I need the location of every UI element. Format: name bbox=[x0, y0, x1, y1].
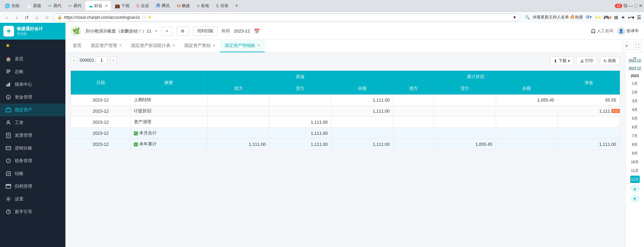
home-button[interactable]: ⌂ bbox=[33, 13, 41, 21]
month-7[interactable]: 7月 bbox=[630, 132, 640, 139]
month-11[interactable]: 11月 bbox=[630, 167, 640, 174]
next-record-button[interactable]: › bbox=[110, 57, 117, 64]
tab-label: 目前 bbox=[220, 3, 228, 9]
forward-button[interactable]: › bbox=[13, 13, 21, 21]
browser-tab-new[interactable]: 📄 新版 bbox=[23, 1, 45, 10]
page-tab-nav: 首页 固定资产管理 ✕ 固定资产折旧统计表 ✕ 固定资产类别 ✕ 固定资产明细账… bbox=[65, 40, 644, 52]
dropdown-icon[interactable]: ▾ bbox=[514, 15, 516, 20]
content-area: ‹ 000001 › ⬇ 下载 ▾ bbox=[65, 52, 644, 247]
star-reward-icon[interactable]: ✦▾ bbox=[594, 15, 601, 20]
sidebar-item-payroll[interactable]: 工资 bbox=[0, 116, 65, 129]
month-4[interactable]: 4月 bbox=[630, 106, 640, 113]
sidebar-favorites[interactable]: ★ bbox=[0, 40, 65, 51]
period-label: 账期 bbox=[222, 28, 230, 34]
bookmark-button[interactable]: ☆ bbox=[43, 13, 51, 21]
tab-close-icon[interactable]: ✕ bbox=[213, 44, 215, 47]
sidebar-item-reports[interactable]: 报表中心 bbox=[0, 78, 65, 91]
download-button[interactable]: ⬇ 下载 ▾ bbox=[550, 56, 574, 65]
tab-close-icon[interactable]: ✕ bbox=[257, 44, 260, 47]
cell-credit-accum bbox=[434, 117, 496, 128]
browser-tab-active[interactable]: ☁ 好会 ✕ bbox=[85, 1, 111, 10]
calendar-icon[interactable]: 📅 bbox=[254, 28, 260, 34]
month-9[interactable]: 9月 bbox=[630, 149, 640, 157]
add-account-button[interactable]: + bbox=[161, 26, 172, 36]
tab-close-icon[interactable]: ✕ bbox=[119, 44, 122, 47]
month-6[interactable]: 6月 bbox=[630, 123, 640, 131]
close-tab-button[interactable]: ✕ bbox=[623, 42, 631, 50]
browser-tab-geshui[interactable]: 💼 个税 bbox=[111, 1, 133, 10]
month-2[interactable]: 2月 bbox=[630, 88, 640, 96]
month-8[interactable]: 8月 bbox=[630, 141, 640, 148]
browser-tab-gedi[interactable]: ≡ 各地 bbox=[194, 1, 212, 10]
browser-tab-yidai1[interactable]: ✏ 易代 bbox=[45, 1, 65, 10]
game-icon[interactable]: 🎮▾ bbox=[603, 15, 611, 20]
sidebar-item-guide[interactable]: ? 新手引导 bbox=[0, 205, 65, 218]
svg-rect-5 bbox=[9, 82, 10, 86]
browser-tab-online[interactable]: 🌐 在线 bbox=[1, 1, 23, 10]
sidebar-item-general-ledger[interactable]: 总账 bbox=[0, 65, 65, 78]
month-12[interactable]: 12月 bbox=[630, 176, 640, 183]
tab-close-icon[interactable]: ✕ bbox=[172, 44, 175, 47]
back-button[interactable]: ‹ bbox=[3, 13, 11, 21]
tab-label: 在线 bbox=[11, 3, 19, 9]
download-label: 下载 bbox=[558, 58, 567, 64]
month-10[interactable]: 10月 bbox=[630, 158, 640, 166]
tab-fixed-asset-mgmt[interactable]: 固定资产管理 ✕ bbox=[86, 40, 126, 52]
grid-icon[interactable]: ⊞ bbox=[614, 15, 618, 20]
month-1[interactable]: 1月 bbox=[630, 80, 640, 87]
tab-label: 各地 bbox=[201, 3, 209, 9]
browser-tab-changjie[interactable]: M 畅捷 bbox=[173, 1, 193, 10]
sidebar-item-fixed-assets[interactable]: 固定资产 bbox=[0, 104, 65, 116]
browser-tab-muqian[interactable]: S 目前 bbox=[213, 1, 232, 10]
browser-tab-yidai2[interactable]: ✏ 易代 bbox=[65, 1, 85, 10]
sidebar-item-settings[interactable]: 设置 bbox=[0, 193, 65, 205]
sidebar-item-funds[interactable]: ¥ 资金管理 bbox=[0, 91, 65, 104]
sidebar-item-closing[interactable]: 结账 bbox=[0, 167, 65, 180]
address-bar[interactable]: 🔒 https://cloud.chanjet.com/accounting/u… bbox=[53, 13, 520, 21]
plus-icon: + bbox=[166, 29, 168, 34]
sidebar-item-archive[interactable]: 归档管理 bbox=[0, 180, 65, 193]
tab-depreciation-stats[interactable]: 固定资产折旧统计表 ✕ bbox=[126, 40, 180, 52]
cell-credit-orig bbox=[269, 95, 331, 106]
account-selector[interactable]: ▾ bbox=[155, 29, 157, 33]
scroll-up-icon[interactable]: ▲ bbox=[630, 185, 640, 192]
sidebar-item-invoice[interactable]: 发票管理 bbox=[0, 129, 65, 142]
refresh-button[interactable]: ↻ 刷新 bbox=[600, 56, 620, 65]
browser-tab-tengxun[interactable]: 腾 腾讯 bbox=[153, 1, 173, 10]
maximize-tab-button[interactable]: ⛶ bbox=[633, 42, 641, 50]
month-5[interactable]: 5月 bbox=[630, 115, 640, 122]
scroll-down-icon[interactable]: ▼ bbox=[630, 195, 640, 202]
switch-version-button[interactable]: 切到旧版 bbox=[193, 26, 218, 36]
cell-credit-accum: 1,055.45 bbox=[434, 139, 496, 150]
brightness-icon[interactable]: ☀ bbox=[621, 15, 625, 20]
browser-tab-qiye[interactable]: C 企业 bbox=[133, 1, 152, 10]
customer-service-button[interactable]: 🎧 人工咨询 bbox=[591, 28, 613, 34]
cell-debit-accum bbox=[393, 128, 434, 139]
prev-record-button[interactable]: ‹ bbox=[71, 57, 77, 64]
new-tab-button[interactable]: + bbox=[232, 1, 241, 10]
user-name: 徐译华 bbox=[627, 28, 639, 34]
undo-icon[interactable]: ↩▾ bbox=[628, 15, 634, 20]
funds-icon: ¥ bbox=[5, 94, 11, 100]
app-icon: 🌿 bbox=[71, 26, 82, 37]
sidebar-item-home[interactable]: 🏠 首页 bbox=[0, 53, 65, 65]
translate-icon[interactable]: 译▾ bbox=[586, 14, 592, 20]
search-text: 央视更新主持人名单 🔥热搜 bbox=[533, 14, 583, 20]
tab-close-icon[interactable]: ✕ bbox=[105, 4, 108, 8]
sidebar-item-tax[interactable]: 税务管理 bbox=[0, 155, 65, 167]
settings-button[interactable]: ⚙ bbox=[176, 26, 189, 36]
tab-home[interactable]: 首页 bbox=[68, 40, 86, 52]
cell-balance-orig: 1,111.00 bbox=[331, 95, 393, 106]
month-3[interactable]: 3月 bbox=[630, 97, 640, 105]
page-input[interactable] bbox=[96, 57, 108, 64]
sidebar-item-purchase-sales[interactable]: 进销台账 bbox=[0, 142, 65, 155]
cell-net-value bbox=[558, 128, 620, 139]
tax-icon bbox=[5, 158, 11, 164]
tab-asset-category[interactable]: 固定资产类别 ✕ bbox=[180, 40, 220, 52]
col-credit-orig: 贷方 bbox=[269, 83, 331, 95]
reload-button[interactable]: ↺ bbox=[23, 13, 31, 21]
user-profile[interactable]: 👤 徐译华 bbox=[617, 27, 639, 35]
print-button[interactable]: 🖨 打印 bbox=[576, 56, 597, 65]
tab-asset-detail[interactable]: 固定资产明细账 ✕ bbox=[220, 40, 265, 52]
menu-icon[interactable]: ☰ bbox=[637, 15, 641, 20]
